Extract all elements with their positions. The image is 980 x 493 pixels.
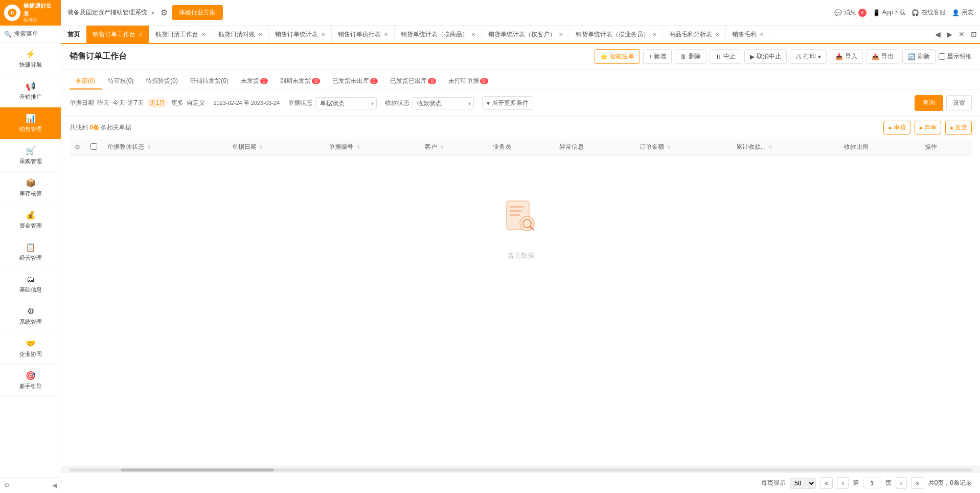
tab-close-icon[interactable]: ✕: [652, 32, 656, 37]
smart-create-button[interactable]: ⭐ 智能生单: [595, 49, 640, 64]
col-checkbox[interactable]: [85, 139, 102, 156]
select-all-checkbox[interactable]: [90, 143, 97, 150]
show-detail-label[interactable]: 显示明细: [939, 52, 972, 61]
sidebar-item-system[interactable]: ⚙ 系统管理: [0, 300, 61, 332]
last-page-button[interactable]: »: [911, 477, 924, 489]
message-btn[interactable]: 💬 消息 6: [834, 8, 867, 17]
ship-action-button[interactable]: ● 发货: [945, 121, 972, 135]
set-button[interactable]: 设置: [946, 95, 972, 111]
tab-close-icon[interactable]: ✕: [139, 32, 143, 37]
print-button[interactable]: 🖨 打印 ▾: [790, 49, 827, 64]
date-opt-today[interactable]: 今天: [112, 99, 125, 107]
tab-label: 钱货日清工作台: [155, 30, 198, 39]
sidebar-item-finance[interactable]: 💰 资金管理: [0, 204, 61, 236]
col-date: 单据日期 ⇅: [227, 139, 323, 156]
search-icon: 🔍: [4, 31, 12, 38]
subtab-wangpu[interactable]: 旺铺待发货(0): [184, 74, 235, 89]
page-size-select[interactable]: 50 100 200: [790, 478, 816, 489]
tab-close-icon[interactable]: ✕: [559, 32, 563, 37]
subtab-shipped-out[interactable]: 已发货已出库0: [384, 74, 442, 89]
tab-maximize-button[interactable]: ⊡: [968, 28, 980, 40]
sidebar-item-enterprise[interactable]: 🤝 企业协同: [0, 332, 61, 365]
sidebar-item-guide[interactable]: 🎯 新手引导: [0, 365, 61, 397]
date-opt-1month[interactable]: 近1月: [147, 98, 169, 108]
export-button[interactable]: 📤 导出: [866, 49, 899, 64]
show-detail-checkbox[interactable]: [939, 53, 945, 60]
review-action-button[interactable]: ● 审核: [883, 121, 910, 135]
sidebar-item-basic[interactable]: 🗂 基础信息: [0, 268, 61, 300]
tab-cash-reconcile[interactable]: 钱货日清对账 ✕: [212, 26, 269, 43]
date-opt-7days[interactable]: 近7天: [128, 99, 144, 107]
tab-close-icon[interactable]: ✕: [201, 32, 206, 37]
collapse-icon[interactable]: ◀: [52, 482, 57, 489]
status-select[interactable]: 单据状态: [315, 97, 377, 109]
topbar-gear-icon[interactable]: ⚙: [161, 8, 168, 17]
sidebar-item-label: 销售管理: [19, 125, 42, 133]
add-button[interactable]: + 新增: [643, 49, 672, 64]
subtab-pending-review[interactable]: 待审核(0): [102, 74, 140, 89]
system-dropdown[interactable]: ▾: [151, 9, 154, 16]
next-page-button[interactable]: ›: [896, 477, 907, 489]
tab-prev-button[interactable]: ◀: [932, 28, 944, 40]
scrollbar-track[interactable]: [70, 468, 972, 472]
subtab-expired-not-shipped[interactable]: 到期未发货0: [274, 74, 326, 89]
cancel-pause-button[interactable]: ▶ 取消中止: [744, 49, 787, 64]
refresh-button[interactable]: 🔄 刷新: [902, 49, 936, 64]
tab-sales-stats[interactable]: 销售订单统计表 ✕: [269, 26, 332, 43]
tab-sales-summary-staff[interactable]: 销货单统计表（按业务员） ✕: [569, 26, 663, 43]
tab-close-icon[interactable]: ✕: [715, 32, 719, 37]
app-download-btn[interactable]: 📱 App下载: [873, 8, 905, 17]
subtab-shipped-not-out[interactable]: 已发货未出库0: [326, 74, 384, 89]
subtab-pending-check[interactable]: 待拣验货(0): [140, 74, 184, 89]
online-service-btn[interactable]: 🎧 在线客服: [911, 8, 946, 17]
sidebar-search[interactable]: 🔍 搜索菜单: [0, 26, 61, 43]
pause-button[interactable]: ⏸ 中止: [710, 49, 741, 64]
sidebar-bottom: ⚙ ◀: [0, 477, 61, 493]
sidebar-item-inventory[interactable]: 📦 库存核算: [0, 172, 61, 204]
tab-gross-margin[interactable]: 商品毛利分析表 ✕: [663, 26, 726, 43]
import-button[interactable]: 📥 导入: [830, 49, 863, 64]
date-opt-more[interactable]: 更多: [171, 99, 184, 107]
sidebar-item-marketing[interactable]: 📢 营销推广: [0, 75, 61, 107]
cancel-review-action-button[interactable]: ● 弃审: [915, 121, 941, 135]
tab-sales-profit[interactable]: 销售毛利 ✕: [726, 26, 770, 43]
subtab-all[interactable]: 全部(0): [70, 74, 102, 89]
tab-sales-summary-product[interactable]: 销货单统计表（按商品） ✕: [395, 26, 482, 43]
tab-sales-summary-customer[interactable]: 销货单统计表（按客户） ✕: [482, 26, 569, 43]
prev-page-button[interactable]: ‹: [837, 477, 848, 489]
scrollbar-area: [61, 466, 980, 473]
tab-close-icon[interactable]: ✕: [321, 32, 325, 37]
sidebar-item-nav[interactable]: ⚡ 快捷导航: [0, 43, 61, 75]
delete-button[interactable]: 🗑 删除: [675, 49, 706, 64]
payment-select[interactable]: 收款状态: [413, 97, 474, 109]
tab-close-icon[interactable]: ✕: [258, 32, 262, 37]
first-page-button[interactable]: «: [820, 477, 833, 489]
tab-close-icon[interactable]: ✕: [760, 32, 764, 37]
col-overall-status: 单据整体状态 ⇅: [102, 139, 227, 156]
page-number-input[interactable]: [863, 478, 881, 488]
user-menu[interactable]: 👤 用友: [952, 8, 974, 17]
tab-cash-daily[interactable]: 钱货日清工作台 ✕: [149, 26, 212, 43]
subtab-not-shipped[interactable]: 未发货0: [235, 74, 275, 89]
tab-home[interactable]: 首页: [61, 26, 86, 43]
sidebar-item-operations[interactable]: 📋 经营管理: [0, 236, 61, 268]
sidebar-item-purchase[interactable]: 🛒 采购管理: [0, 140, 61, 172]
tabbar: 首页 销售订单工作台 ✕ 钱货日清工作台 ✕ 钱货日清对账 ✕ 销售订单统计表 …: [61, 26, 980, 44]
query-button[interactable]: 查询: [915, 95, 943, 111]
scrollbar-thumb[interactable]: [121, 468, 274, 472]
col-settings[interactable]: ⚙: [70, 139, 85, 156]
date-opt-custom[interactable]: 自定义: [187, 99, 205, 107]
tab-sales-workbench[interactable]: 销售订单工作台 ✕: [86, 26, 149, 43]
sidebar-item-sales[interactable]: 📊 销售管理: [0, 107, 61, 140]
tab-sales-exec[interactable]: 销售订单执行表 ✕: [332, 26, 395, 43]
settings-icon[interactable]: ⚙: [4, 482, 10, 489]
date-opt-yesterday[interactable]: 昨天: [97, 99, 109, 107]
tab-close-icon[interactable]: ✕: [471, 32, 475, 37]
tab-close-all-button[interactable]: ✕: [955, 28, 968, 40]
tab-next-button[interactable]: ▶: [944, 28, 955, 40]
expand-filter-button[interactable]: ▾ 展开更多条件: [482, 96, 533, 110]
industry-solution-button[interactable]: 体验行业方案: [172, 5, 223, 20]
tab-close-icon[interactable]: ✕: [384, 32, 388, 37]
subtab-not-printed[interactable]: 未打印单据0: [442, 74, 494, 89]
col-amount: 订单金额 ⇅: [634, 139, 731, 156]
